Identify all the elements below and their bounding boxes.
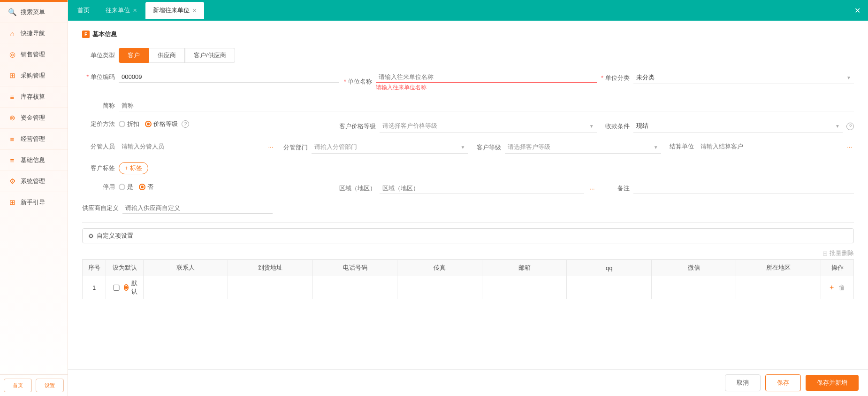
disabled-no-label: 否 xyxy=(147,183,153,191)
bulk-delete-label[interactable]: 批量删除 xyxy=(830,249,854,257)
row-default-radio[interactable]: 默认 xyxy=(124,279,138,296)
del-row-btn[interactable]: 🗑 xyxy=(838,284,845,291)
col-contact: 联系人 xyxy=(144,260,228,276)
cell-default: 默认 xyxy=(106,276,144,299)
content-area: F 基本信息 单位类型 客户 供应商 客户/供应商 单位编码 单位名称 xyxy=(68,21,868,369)
sidebar-settings-btn[interactable]: 设置 xyxy=(36,379,64,392)
tabs-close-all-icon[interactable]: ✕ xyxy=(849,4,866,17)
unit-type-label: 单位类型 xyxy=(82,51,115,60)
unit-code-input[interactable] xyxy=(119,71,339,83)
cancel-button[interactable]: 取消 xyxy=(725,374,761,391)
contact-input[interactable] xyxy=(148,284,223,291)
row-unit-type: 单位类型 客户 供应商 客户/供应商 xyxy=(82,48,854,63)
sidebar-label-basic-info: 基础信息 xyxy=(21,156,45,164)
row-manager-dept-level: 分管人员 ··· 分管部门 请输入分管部门 ▼ 客户等级 请选择客户等级 ▼ 结… xyxy=(82,141,854,154)
customer-price-level-label: 客户价格等级 xyxy=(339,122,376,131)
disabled-no-radio[interactable]: 否 xyxy=(139,183,153,191)
disabled-yes-label: 是 xyxy=(127,183,133,191)
qq-input[interactable] xyxy=(571,284,647,291)
sidebar-item-sales-mgmt[interactable]: ◎ 销售管理 xyxy=(0,44,68,65)
tab-partner[interactable]: 往来单位 ✕ xyxy=(98,2,145,19)
col-no: 序号 xyxy=(83,260,106,276)
sidebar-item-new-guide[interactable]: ⊞ 新手引导 xyxy=(0,192,68,213)
address-input[interactable] xyxy=(233,284,307,291)
sidebar-item-sys-mgmt[interactable]: ⚙ 系统管理 xyxy=(0,171,68,192)
tab-new-partner[interactable]: 新增往来单位 ✕ xyxy=(145,2,204,19)
fax-input[interactable] xyxy=(402,284,477,291)
manager-more-icon[interactable]: ··· xyxy=(266,143,275,150)
sidebar-item-search-menu[interactable]: 🔍 搜索菜单 xyxy=(0,2,68,23)
save-button[interactable]: 保存 xyxy=(765,374,801,391)
add-tag-btn[interactable]: + 标签 xyxy=(119,162,148,174)
sidebar-item-basic-info[interactable]: ≡ 基础信息 xyxy=(0,150,68,171)
payment-terms-help-icon[interactable]: ? xyxy=(846,123,854,130)
group-unit-code: 单位编码 xyxy=(82,71,339,83)
payment-terms-select[interactable]: 现结 ▼ xyxy=(633,120,843,132)
tab-new-partner-close-icon[interactable]: ✕ xyxy=(192,8,197,14)
group-unit-category: 单位分类 未分类 ▼ xyxy=(597,71,854,84)
unit-type-customer-btn[interactable]: 客户 xyxy=(119,48,149,63)
row-customer-tag: 客户标签 + 标签 xyxy=(82,162,854,174)
disabled-radio-group: 是 否 xyxy=(119,183,153,191)
pricing-discount-radio[interactable]: 折扣 xyxy=(119,120,139,128)
email-input[interactable] xyxy=(487,284,562,291)
abbr-input[interactable] xyxy=(119,100,854,111)
unit-category-select[interactable]: 未分类 ▼ xyxy=(633,71,854,84)
unit-name-input[interactable] xyxy=(376,71,596,83)
pricing-method-label: 定价方法 xyxy=(82,120,115,128)
cell-email xyxy=(482,276,566,299)
sidebar-label-sys-mgmt: 系统管理 xyxy=(21,177,45,186)
manager-input[interactable] xyxy=(119,141,262,152)
supplier-custom-label: 供应商自定义 xyxy=(82,204,119,212)
sidebar-item-inventory[interactable]: ≡ 库存核算 xyxy=(0,86,68,108)
sidebar-home-btn[interactable]: 首页 xyxy=(4,379,32,392)
custom-settings-btn[interactable]: ⚙ 自定义项设置 xyxy=(82,228,854,243)
payment-terms-label: 收款条件 xyxy=(597,122,630,131)
sidebar-label-search-menu: 搜索菜单 xyxy=(21,8,45,16)
sidebar-item-capital-mgmt[interactable]: ⊗ 资金管理 xyxy=(0,108,68,129)
customer-tag-label: 客户标签 xyxy=(82,164,115,172)
settlement-unit-input[interactable] xyxy=(698,141,841,152)
district-input[interactable] xyxy=(741,284,816,291)
row-checkbox[interactable] xyxy=(111,285,122,291)
save-new-button[interactable]: 保存并新增 xyxy=(806,375,859,391)
remark-input[interactable] xyxy=(633,183,854,194)
supplier-custom-input[interactable] xyxy=(122,202,273,214)
unit-code-label: 单位编码 xyxy=(82,73,115,81)
tab-home[interactable]: 首页 xyxy=(70,2,97,19)
sidebar-label-sales-mgmt: 销售管理 xyxy=(21,50,45,59)
sidebar-item-purchase-mgmt[interactable]: ⊞ 采购管理 xyxy=(0,65,68,86)
settlement-unit-more-icon[interactable]: ··· xyxy=(845,143,854,150)
pricing-price-level-radio-circle xyxy=(145,121,152,127)
sidebar-item-ops-mgmt[interactable]: ≡ 经营管理 xyxy=(0,129,68,150)
region-input[interactable] xyxy=(380,183,584,194)
unit-type-supplier-btn[interactable]: 供应商 xyxy=(149,48,185,63)
wechat-input[interactable] xyxy=(656,284,731,291)
customer-level-select[interactable]: 请选择客户等级 ▼ xyxy=(505,141,661,154)
phone-input[interactable] xyxy=(318,284,392,291)
section-title-basic-info: F 基本信息 xyxy=(82,30,854,39)
row-default-radio-circle xyxy=(124,284,129,291)
cell-wechat xyxy=(651,276,736,299)
group-payment-terms: 收款条件 现结 ▼ ? xyxy=(597,120,854,132)
sidebar-label-inventory: 库存核算 xyxy=(21,93,45,101)
sidebar-label-ops-mgmt: 经营管理 xyxy=(21,135,45,143)
dept-select[interactable]: 请输入分管部门 ▼ xyxy=(312,141,468,154)
region-more-icon[interactable]: ··· xyxy=(588,185,597,192)
customer-price-level-select[interactable]: 请选择客户价格等级 ▼ xyxy=(380,120,596,132)
cell-qq xyxy=(567,276,652,299)
manager-label: 分管人员 xyxy=(82,142,115,151)
sidebar-item-quick-nav[interactable]: ⌂ 快捷导航 xyxy=(0,23,68,44)
unit-type-both-btn[interactable]: 客户/供应商 xyxy=(185,48,235,63)
sidebar-label-quick-nav: 快捷导航 xyxy=(21,29,45,38)
unit-name-error-msg: 请输入往来单位名称 xyxy=(376,84,596,92)
unit-name-label: 单位名称 xyxy=(339,78,372,86)
tab-partner-close-icon[interactable]: ✕ xyxy=(133,8,137,14)
disabled-yes-radio[interactable]: 是 xyxy=(119,183,133,191)
ops-mgmt-icon: ≡ xyxy=(8,134,17,144)
pricing-method-help-icon[interactable]: ? xyxy=(182,120,189,128)
col-action: 操作 xyxy=(821,260,854,276)
add-row-btn[interactable]: + xyxy=(830,283,834,291)
row-unit-code-name-cat: 单位编码 单位名称 请输入往来单位名称 单位分类 未分类 ▼ xyxy=(82,71,854,92)
pricing-price-level-radio[interactable]: 价格等级 xyxy=(145,120,178,128)
